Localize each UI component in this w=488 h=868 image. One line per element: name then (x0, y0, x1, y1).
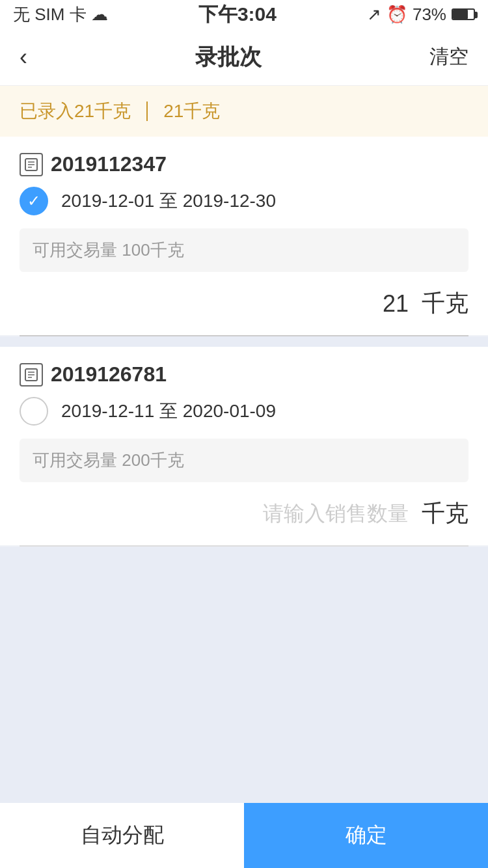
status-time: 下午3:04 (198, 1, 277, 28)
status-bar: 无 SIM 卡 ☁ 下午3:04 ↗ ⏰ 73% (0, 0, 488, 29)
alarm-icon: ⏰ (386, 5, 407, 25)
confirm-button[interactable]: 确定 (244, 803, 488, 868)
back-button[interactable]: ‹ (20, 44, 27, 71)
batch-item-1: 2019112347 ✓ 2019-12-01 至 2019-12-30 可用交… (0, 137, 488, 272)
batch-available-1: 可用交易量 100千克 (20, 228, 468, 272)
batch-date-1: 2019-12-01 至 2019-12-30 (61, 189, 276, 213)
input-unit-2: 千克 (422, 498, 468, 530)
battery-percent: 73% (413, 5, 446, 25)
nav-bar: ‹ 录批次 清空 (0, 29, 488, 86)
location-icon: ↗ (367, 5, 381, 25)
quantity-row-1: 21 千克 (0, 272, 488, 335)
radio-1[interactable]: ✓ (20, 187, 48, 215)
summary-label: 已录入21千克 (20, 99, 131, 124)
empty-area (0, 547, 488, 820)
summary-bar: 已录入21千克 21千克 (0, 86, 488, 137)
battery-icon (452, 8, 475, 20)
page-title: 录批次 (195, 42, 262, 72)
batch-id-1: 2019112347 (51, 152, 167, 176)
batch-available-2: 可用交易量 200千克 (20, 439, 468, 482)
batch-id-2: 2019126781 (51, 362, 167, 387)
batch-id-icon-1 (20, 153, 43, 176)
input-row-2: 千克 (0, 482, 488, 545)
status-right: ↗ ⏰ 73% (367, 5, 475, 25)
section-divider (0, 336, 488, 347)
quantity-value-1: 21 (383, 290, 409, 318)
batch-date-2: 2019-12-11 至 2020-01-09 (61, 399, 276, 424)
status-left: 无 SIM 卡 ☁ (13, 3, 108, 26)
auto-distribute-button[interactable]: 自动分配 (0, 803, 244, 868)
batch-header-2: 2019126781 (20, 362, 468, 387)
quantity-unit-1: 千克 (422, 288, 468, 319)
check-icon-1: ✓ (27, 192, 40, 210)
batch-header-1: 2019112347 (20, 152, 468, 176)
batch-date-row-2[interactable]: 2019-12-11 至 2020-01-09 (20, 397, 468, 426)
bottom-bar: 自动分配 确定 (0, 803, 488, 868)
batch-item-2: 2019126781 2019-12-11 至 2020-01-09 可用交易量… (0, 347, 488, 482)
clear-button[interactable]: 清空 (429, 44, 468, 70)
summary-value: 21千克 (163, 99, 220, 124)
sim-label: 无 SIM 卡 ☁ (13, 3, 108, 26)
summary-divider (146, 102, 148, 121)
batch-id-icon-2 (20, 363, 43, 387)
quantity-input-2[interactable] (20, 502, 409, 526)
batch-date-row-1[interactable]: ✓ 2019-12-01 至 2019-12-30 (20, 187, 468, 215)
radio-2[interactable] (20, 397, 48, 426)
